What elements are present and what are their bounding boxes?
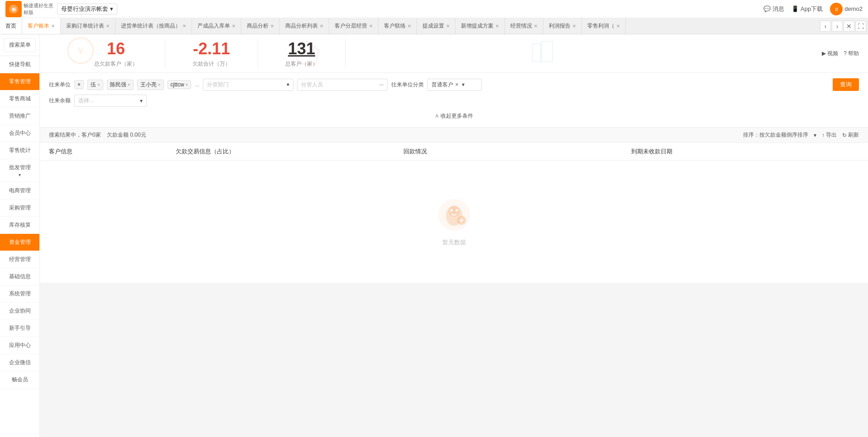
tab-close-icon[interactable]: ✕ bbox=[446, 24, 450, 28]
tab-close-icon[interactable]: ✕ bbox=[106, 24, 110, 28]
sidebar-item-vip-member[interactable]: 畅会员 bbox=[0, 371, 39, 389]
sidebar-item-ecommerce[interactable]: 电商管理 bbox=[0, 182, 39, 200]
tab-customer-contact[interactable]: 客户联络 ✕ bbox=[379, 18, 417, 34]
balance-filter-select[interactable]: 选择... ▾ bbox=[74, 95, 147, 107]
sort-label: 排序：按欠款金额倒序排序 bbox=[743, 131, 808, 139]
tab-product-analysis-list[interactable]: 商品分析列表 ✕ bbox=[280, 18, 329, 34]
filter-more-btn[interactable]: ... bbox=[195, 81, 199, 88]
sidebar-item-member-center[interactable]: 会员中心 bbox=[0, 125, 39, 142]
tab-purchase-order[interactable]: 采购订单统计表 ✕ bbox=[61, 18, 115, 34]
results-summary: 搜索结果中，客户0家 欠款金额 0.00元 bbox=[49, 131, 146, 139]
tab-close-icon[interactable]: ✕ bbox=[408, 24, 411, 28]
video-action[interactable]: ▶ 视频 bbox=[822, 50, 838, 57]
tab-nav-buttons: ‹ › ✕ ⛶ bbox=[818, 21, 868, 32]
sidebar-item-quick-nav[interactable]: 快捷导航 bbox=[0, 56, 39, 73]
tag-close-cjttcw[interactable]: × bbox=[186, 82, 188, 87]
sidebar-item-system-mgmt[interactable]: 系统管理 bbox=[0, 285, 39, 303]
export-action[interactable]: ↑ 导出 bbox=[822, 131, 837, 139]
tab-close-icon[interactable]: ✕ bbox=[270, 24, 274, 28]
table-header: 客户信息 欠款交易信息（占比） 回款情况 到期未收款日期 bbox=[40, 143, 868, 161]
collapse-filter-btn[interactable]: ∧ 收起更多条件 bbox=[49, 110, 859, 122]
user-avatar[interactable]: d demo2 bbox=[830, 3, 863, 15]
tab-close-icon[interactable]: ✕ bbox=[495, 24, 499, 28]
filter-row-2: 往来余额 选择... ▾ bbox=[49, 95, 859, 107]
sidebar-item-marketing[interactable]: 营销推广 bbox=[0, 108, 39, 125]
main-layout: 搜索菜单 快捷导航 零售管理 零售商城 营销推广 会员中心 零售统计 批发管理 … bbox=[0, 34, 868, 437]
tab-home[interactable]: 首页 bbox=[0, 18, 22, 34]
sidebar-item-app-center[interactable]: 应用中心 bbox=[0, 337, 39, 354]
sidebar-item-ops-mgmt[interactable]: 经营管理 bbox=[0, 251, 39, 268]
tab-commission-settings[interactable]: 提成设置 ✕ bbox=[417, 18, 456, 34]
col-overdue-info: 欠款交易信息（占比） bbox=[176, 147, 403, 156]
tab-customer-segment[interactable]: 客户分层经营 ✕ bbox=[329, 18, 379, 34]
tab-close-icon[interactable]: ✕ bbox=[534, 24, 537, 28]
sidebar-item-retail-mall[interactable]: 零售商城 bbox=[0, 90, 39, 108]
refresh-action[interactable]: ↻ 刷新 bbox=[842, 131, 859, 139]
sidebar-item-finance[interactable]: 资金管理 bbox=[0, 234, 39, 251]
stat-overdue-amount: -2.11 欠款合计（万） bbox=[165, 39, 258, 68]
tab-close-icon[interactable]: ✕ bbox=[320, 24, 323, 28]
tab-profit-report[interactable]: 利润报告 ✕ bbox=[543, 18, 582, 34]
tab-bar: 首页 客户账本 ✕ 采购订单统计表 ✕ 进货单统计表（按商品） ✕ 产成品入库单… bbox=[0, 18, 868, 34]
sidebar-item-basic-info[interactable]: 基础信息 bbox=[0, 268, 39, 285]
help-action[interactable]: ? 帮助 bbox=[844, 50, 859, 57]
tab-expand-btn[interactable]: ⛶ bbox=[855, 21, 866, 32]
sidebar: 搜索菜单 快捷导航 零售管理 零售商城 营销推广 会员中心 零售统计 批发管理 … bbox=[0, 34, 40, 437]
col-repayment: 回款情况 bbox=[403, 147, 631, 156]
svg-text:畅: 畅 bbox=[12, 7, 16, 12]
logo-text: 畅捷通好生意 标版 bbox=[24, 2, 53, 15]
query-button[interactable]: 查询 bbox=[833, 78, 859, 91]
stats-bar-actions: ▶ 视频 ? 帮助 bbox=[822, 50, 859, 57]
tab-incoming-stats[interactable]: 进货单统计表（按商品） ✕ bbox=[115, 18, 192, 34]
sidebar-item-batch-mgmt[interactable]: 批发管理 ▾ bbox=[0, 159, 39, 182]
svg-rect-5 bbox=[532, 44, 541, 62]
tab-scroll-right-btn[interactable]: › bbox=[832, 21, 843, 32]
tab-customer-book[interactable]: 客户账本 ✕ bbox=[22, 18, 61, 34]
tag-close-wang[interactable]: × bbox=[158, 82, 161, 87]
chevron-down-icon: ▾ bbox=[287, 81, 289, 88]
sidebar-item-enterprise-wechat[interactable]: 企业微信 bbox=[0, 354, 39, 371]
tab-close-icon[interactable]: ✕ bbox=[232, 24, 235, 28]
filter-tag-wang: 王小亮 × bbox=[137, 80, 164, 90]
unit-type-filter-select[interactable]: 普通客户 × ▾ bbox=[427, 79, 482, 91]
tab-retail-profit[interactable]: 零售利润（ ✕ bbox=[582, 18, 626, 34]
chevron-down-icon[interactable]: ▾ bbox=[814, 132, 816, 138]
sidebar-item-purchase-mgmt[interactable]: 采购管理 bbox=[0, 200, 39, 217]
tag-close-chen[interactable]: × bbox=[128, 82, 130, 87]
tag-close-wu[interactable]: × bbox=[97, 82, 100, 87]
sidebar-item-retail-stats[interactable]: 零售统计 bbox=[0, 142, 39, 159]
logo-area: 畅 畅捷通好生意 标版 bbox=[5, 1, 53, 17]
tab-close-all-btn[interactable]: ✕ bbox=[844, 21, 854, 32]
sidebar-item-enterprise-collab[interactable]: 企业协同 bbox=[0, 303, 39, 320]
tab-product-analysis[interactable]: 商品分析 ✕ bbox=[241, 18, 280, 34]
app-download-action[interactable]: 📱 App下载 bbox=[791, 5, 823, 13]
tab-cost-inbound[interactable]: 产成品入库单 ✕ bbox=[192, 18, 241, 34]
person-filter-select[interactable]: 分管人员 ··· bbox=[297, 79, 388, 91]
tab-close-icon[interactable]: ✕ bbox=[182, 24, 186, 28]
sidebar-item-retail-mgmt[interactable]: 零售管理 bbox=[0, 73, 39, 90]
tab-scroll-left-btn[interactable]: ‹ bbox=[820, 21, 831, 32]
header-right: 💬 消息 📱 App下载 d demo2 bbox=[763, 3, 863, 15]
unit-type-clear-icon[interactable]: × bbox=[455, 81, 458, 88]
sidebar-item-inventory[interactable]: 库存核算 bbox=[0, 217, 39, 234]
tab-close-icon[interactable]: ✕ bbox=[369, 24, 373, 28]
stat-total-customers: 131 总客户（家） bbox=[258, 39, 345, 68]
sidebar-item-new-user-guide[interactable]: 新手引导 bbox=[0, 320, 39, 337]
tab-close-icon[interactable]: ✕ bbox=[616, 24, 620, 28]
unit-type-filter-label: 往来单位分类 bbox=[391, 81, 424, 89]
top-header: 畅 畅捷通好生意 标版 母婴行业演示帐套 ▾ 💬 消息 📱 App下载 d de… bbox=[0, 0, 868, 18]
empty-state-icon bbox=[436, 197, 472, 233]
col-customer-info: 客户信息 bbox=[49, 147, 176, 156]
dept-filter-select[interactable]: 分管部门 ▾ bbox=[203, 79, 293, 91]
empty-state: 暂无数据 bbox=[40, 161, 868, 283]
tab-close-icon[interactable]: ✕ bbox=[572, 24, 576, 28]
tab-business-situation[interactable]: 经营情况 ✕ bbox=[505, 18, 543, 34]
store-selector[interactable]: 母婴行业演示帐套 ▾ bbox=[57, 4, 117, 14]
search-menu-button[interactable]: 搜索菜单 bbox=[4, 38, 36, 52]
tab-close-icon[interactable]: ✕ bbox=[51, 24, 55, 28]
filter-row-1: 往来单位 × 伍 × 陈民强 × 王小亮 × cjttcw bbox=[49, 78, 859, 91]
refresh-icon: ↻ bbox=[842, 132, 847, 138]
message-action[interactable]: 💬 消息 bbox=[763, 5, 784, 13]
chevron-down-icon: ▾ bbox=[19, 172, 21, 177]
tab-new-commission[interactable]: 新增提成方案 ✕ bbox=[456, 18, 505, 34]
